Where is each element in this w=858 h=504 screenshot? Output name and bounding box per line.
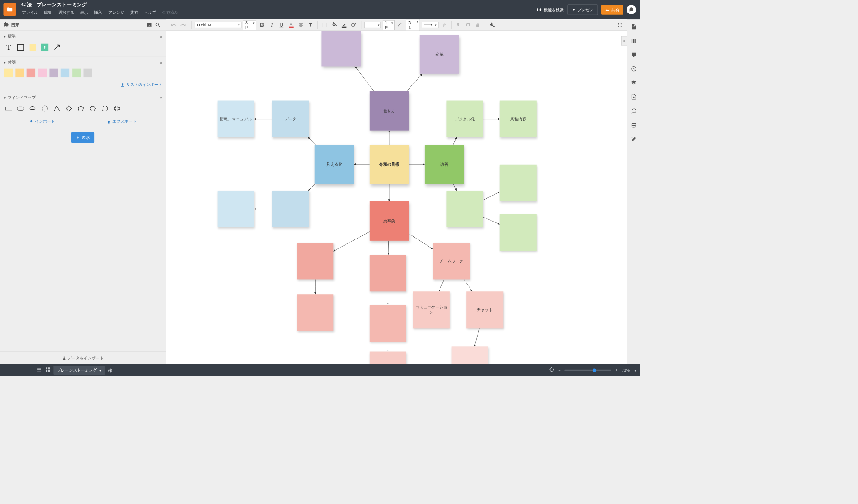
sticky-swatch-7[interactable] [84,69,92,77]
sticky-note[interactable]: データ [272,101,309,137]
insert-image-icon[interactable] [145,21,154,29]
sticky-swatch-3[interactable] [38,69,47,77]
sticky-note[interactable]: 効率的 [370,201,409,241]
sticky-note[interactable] [370,352,406,364]
swap-button[interactable] [440,21,448,29]
sticky-note[interactable] [297,243,333,279]
arrow-shape[interactable] [52,43,61,52]
layers-icon[interactable] [630,79,638,87]
history-icon[interactable] [630,65,638,73]
font-select[interactable]: Lucid JP [195,22,241,28]
menu-arrange[interactable]: アレンジ [106,9,127,17]
rect-shape[interactable] [16,43,26,52]
sticky-note[interactable]: 情報、マニュアル [218,101,254,137]
text-shape[interactable]: T [4,43,13,52]
underline-button[interactable]: U [277,21,286,29]
mm-round[interactable] [16,104,26,113]
mm-pentagon[interactable] [76,104,85,113]
search-shapes-icon[interactable] [154,21,162,29]
sticky-note[interactable]: チャット [466,291,503,328]
border-color-button[interactable] [340,21,348,29]
mm-rect[interactable] [4,104,13,113]
sticky-swatch-2[interactable] [27,69,35,77]
canvas[interactable]: 変革働き方情報、マニュアルデータデジタル化業務内容見える化令和の目標改善効率的チ… [166,31,627,364]
sticky-note[interactable] [370,255,406,291]
menu-file[interactable]: ファイル [19,9,41,17]
mm-cloud[interactable] [28,104,38,113]
bold-button[interactable]: B [258,21,266,29]
folder-icon[interactable] [3,3,16,16]
sheet-tab[interactable]: ブレーンストーミング▼ [53,366,105,375]
menu-edit[interactable]: 編集 [42,9,55,17]
sticky-note[interactable]: 見える化 [315,145,354,184]
section-mindmap[interactable]: マインドマップ [8,95,36,101]
undo-button[interactable] [170,21,178,29]
magic-icon[interactable] [630,135,638,143]
mm-hexagon[interactable] [88,104,98,113]
user-avatar[interactable] [627,5,636,14]
bucket-button[interactable] [331,21,339,29]
lock-icon[interactable] [474,21,482,29]
document-title[interactable]: KJ法 ブレーンストーミング [19,2,536,8]
present-icon[interactable] [630,51,638,59]
bolt-icon[interactable] [454,21,462,29]
sticky-note[interactable]: 働き方 [370,91,409,131]
section-sticky[interactable]: 付箋 [8,60,16,66]
zoom-value[interactable]: 73% [622,368,630,372]
section-standard[interactable]: 標準 [8,34,16,39]
sticky-note[interactable] [500,214,537,251]
add-sheet-button[interactable]: ⊕ [108,367,113,374]
import-data-link[interactable]: データをインポート [3,355,162,361]
sticky-shape[interactable] [28,43,38,52]
sticky-note[interactable]: 変革 [420,35,459,74]
sticky-note[interactable]: 業務内容 [500,101,537,137]
chevron-down-icon[interactable]: ▼ [634,368,637,372]
sticky-swatch-1[interactable] [15,69,24,77]
mm-octagon[interactable] [100,104,110,113]
collapse-rail-button[interactable]: « [621,36,627,46]
data-icon[interactable] [630,121,638,129]
chat-icon[interactable] [630,107,638,115]
align-button[interactable] [297,21,305,29]
magnet-icon[interactable] [464,21,472,29]
dynamic-shape[interactable] [40,43,50,52]
zoom-in-button[interactable]: + [615,368,618,372]
sticky-note[interactable] [500,165,537,201]
sticky-swatch-5[interactable] [61,69,69,77]
sticky-note[interactable] [452,346,488,364]
search-feature[interactable]: 機能を検索 [536,7,564,13]
add-shape-button[interactable]: ＋図形 [71,132,94,143]
sticky-note[interactable]: デジタル化 [446,101,483,137]
text-color-button[interactable]: A [287,21,295,29]
close-sticky-icon[interactable]: × [159,60,162,65]
grid-view-icon[interactable] [45,367,51,374]
mm-plus[interactable] [112,104,122,113]
target-icon[interactable] [549,367,554,373]
menu-help[interactable]: ヘルプ [141,9,159,17]
fill-button[interactable] [321,21,329,29]
sticky-note[interactable] [370,305,406,342]
zoom-out-button[interactable]: − [558,368,560,372]
arrow-end-select[interactable] [422,22,438,28]
arrow-start-select[interactable]: なし [406,19,420,31]
menu-select[interactable]: 選択する [55,9,77,17]
menu-view[interactable]: 表示 [77,9,91,17]
page-icon[interactable] [630,93,638,101]
redo-button[interactable] [179,21,187,29]
text-options-button[interactable] [307,21,315,29]
zoom-slider[interactable] [565,369,611,371]
sticky-note[interactable]: コミュニケーション [413,291,450,328]
comments-icon[interactable] [630,37,638,45]
close-mindmap-icon[interactable]: × [159,95,162,100]
mm-triangle[interactable] [52,104,61,113]
sticky-note[interactable]: 改善 [425,145,464,184]
sticky-note[interactable] [218,191,254,227]
sticky-note[interactable]: チームワーク [433,243,470,279]
import-list-link[interactable]: リストのインポート [120,82,162,88]
import-link[interactable]: インポート [29,119,55,124]
mm-circle[interactable] [40,104,50,113]
menu-insert[interactable]: 挿入 [91,9,105,17]
sticky-swatch-6[interactable] [72,69,81,77]
wrench-icon[interactable] [488,21,496,29]
line-type-button[interactable] [397,21,405,29]
